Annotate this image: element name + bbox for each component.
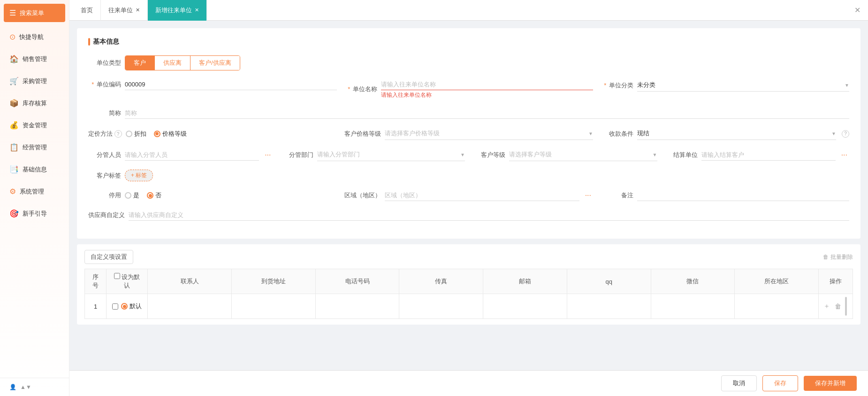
dept-select[interactable]: 请输入分管部门 ▼	[317, 148, 465, 161]
payment-select[interactable]: 现结 ▼	[637, 127, 836, 140]
dept-label: 分管部门	[281, 151, 313, 159]
sidebar-label-system: 系统管理	[20, 187, 44, 196]
cell-no: 1	[85, 294, 107, 319]
sidebar-item-guide[interactable]: 🎯 新手引导	[0, 202, 69, 225]
sidebar-item-inventory[interactable]: 📦 库存核算	[0, 92, 69, 114]
cell-address[interactable]	[232, 294, 316, 319]
table-row: 1 默认	[85, 294, 853, 319]
pricing-level-label: 价格等级	[162, 130, 187, 138]
save-new-button[interactable]: 保存并新增	[804, 376, 857, 391]
remark-input[interactable]	[637, 190, 849, 201]
wechat-input[interactable]	[656, 303, 730, 310]
form-content: 基本信息 单位类型 客户 供应离 客户/供应离 *	[69, 21, 868, 370]
manager-input[interactable]	[125, 149, 259, 161]
tab-contact[interactable]: 往来单位 ✕	[101, 0, 148, 21]
cell-contact[interactable]	[148, 294, 232, 319]
cell-qq[interactable]	[567, 294, 651, 319]
add-row-icon[interactable]: ＋	[823, 302, 830, 311]
operations-icon: 📋	[9, 143, 19, 152]
sidebar-item-sales[interactable]: 🏠 销售管理	[0, 48, 69, 70]
batch-delete-button[interactable]: 🗑 批量删除	[823, 253, 853, 261]
sidebar-item-basic[interactable]: 📑 基础信息	[0, 158, 69, 180]
tab-contact-close[interactable]: ✕	[136, 7, 140, 13]
sidebar-item-search[interactable]: ☰ 搜索菜单	[4, 4, 65, 22]
disabled-region-row: 停用 是 否 区域（地区） ···	[88, 190, 849, 201]
save-button[interactable]: 保存	[762, 375, 798, 391]
pricing-help-icon[interactable]: ?	[114, 130, 122, 138]
cell-actions: ＋ 🗑	[818, 294, 853, 319]
tab-new-contact-close[interactable]: ✕	[195, 7, 199, 13]
dept-field: 分管部门 请输入分管部门 ▼	[281, 148, 465, 161]
disabled-field: 停用 是 否	[88, 191, 337, 200]
payment-help-icon[interactable]: ?	[842, 130, 849, 138]
disabled-no-label: 否	[155, 191, 161, 200]
title-bar-icon	[88, 38, 90, 46]
category-chevron-icon: ▼	[845, 83, 849, 88]
region-more-icon[interactable]: ···	[583, 191, 593, 200]
pricing-row: 定价方法 ? 折扣 价格等级 客户	[88, 127, 849, 140]
type-btn-supplier[interactable]: 供应离	[154, 56, 190, 70]
phone-input[interactable]	[320, 303, 395, 310]
row-actions: ＋ 🗑	[823, 297, 848, 316]
row-region-input[interactable]	[739, 303, 814, 310]
default-radio[interactable]: 默认	[121, 302, 142, 311]
section-title: 基本信息	[88, 38, 849, 46]
sidebar-item-finance[interactable]: 💰 资金管理	[0, 114, 69, 136]
tab-new-contact[interactable]: 新增往来单位 ✕	[148, 0, 207, 21]
region-input[interactable]	[385, 190, 579, 201]
contact-input[interactable]	[152, 303, 227, 310]
sidebar-item-operations[interactable]: 📋 经营管理	[0, 136, 69, 158]
sidebar-item-system[interactable]: ⚙ 系统管理	[0, 180, 69, 202]
pricing-radio-group: 折扣 价格等级	[126, 130, 187, 138]
batch-delete-label: 批量删除	[830, 253, 853, 261]
fax-input[interactable]	[404, 303, 478, 310]
cancel-button[interactable]: 取消	[721, 375, 757, 391]
email-input[interactable]	[488, 303, 562, 310]
cell-fax[interactable]	[399, 294, 483, 319]
settlement-more-icon[interactable]: ···	[839, 151, 849, 159]
sidebar-item-quick-nav[interactable]: ⊙ 快捷导航	[0, 26, 69, 48]
customer-level-field: 客户等级 请选择客户等级 ▼	[472, 148, 657, 161]
customer-level-select[interactable]: 请选择客户等级 ▼	[509, 148, 657, 161]
type-btn-both[interactable]: 客户/供应离	[190, 56, 240, 70]
tab-home[interactable]: 首页	[73, 0, 101, 21]
col-actions: 操作	[818, 269, 853, 294]
pricing-discount-radio[interactable]: 折扣	[126, 130, 146, 138]
settlement-input[interactable]	[701, 149, 836, 161]
disabled-radio-group: 是 否	[125, 191, 161, 200]
remark-label: 备注	[601, 191, 633, 200]
supplier-custom-label: 供应商自定义	[88, 211, 125, 219]
dept-chevron-icon: ▼	[460, 152, 465, 157]
customer-level-placeholder: 请选择客户等级	[509, 150, 552, 159]
unit-name-input[interactable]	[381, 79, 593, 90]
select-all-checkbox[interactable]	[114, 273, 120, 279]
cell-email[interactable]	[483, 294, 567, 319]
customer-price-select[interactable]: 请选择客户价格等级 ▼	[385, 127, 593, 140]
unit-category-value: 未分类	[637, 81, 655, 89]
customize-settings-button[interactable]: 自定义项设置	[84, 250, 133, 264]
supplier-custom-input[interactable]	[129, 210, 849, 221]
disabled-yes-radio[interactable]: 是	[125, 191, 139, 200]
pricing-level-radio[interactable]: 价格等级	[154, 130, 187, 138]
sidebar-item-purchase[interactable]: 🛒 采购管理	[0, 70, 69, 92]
unit-category-select[interactable]: 未分类 ▼	[637, 79, 849, 92]
row-checkbox[interactable]	[112, 303, 118, 310]
delete-row-icon[interactable]: 🗑	[835, 303, 841, 310]
qq-input[interactable]	[572, 303, 646, 310]
scrollbar[interactable]	[845, 297, 847, 316]
cell-phone[interactable]	[315, 294, 399, 319]
col-region: 所在地区	[735, 269, 819, 294]
type-btn-customer[interactable]: 客户	[125, 56, 154, 70]
col-default: 设为默认	[107, 269, 148, 294]
disabled-no-radio[interactable]: 否	[147, 191, 161, 200]
payment-field: 收款条件 现结 ▼ ?	[601, 127, 849, 140]
unit-name-label: * 单位名称	[344, 85, 377, 93]
tabs-close-all-button[interactable]: ✕	[851, 6, 864, 15]
cell-region[interactable]	[735, 294, 819, 319]
short-name-input[interactable]	[125, 108, 849, 119]
address-input[interactable]	[236, 303, 311, 310]
unit-code-input[interactable]	[125, 79, 337, 90]
manager-more-icon[interactable]: ···	[263, 151, 273, 159]
cell-wechat[interactable]	[651, 294, 735, 319]
add-tag-button[interactable]: + 标签	[125, 170, 153, 181]
